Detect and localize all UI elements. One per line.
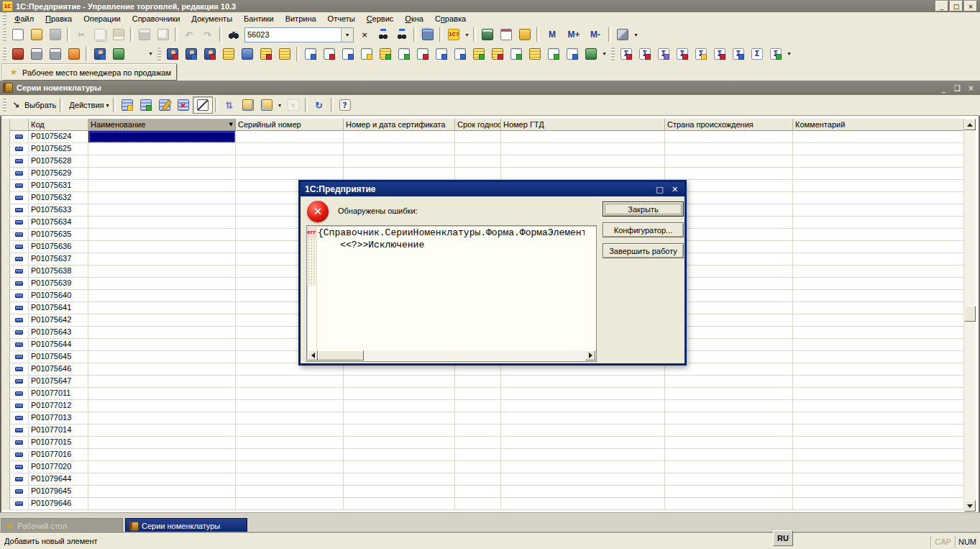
column-header-6[interactable]: Номер ГТД xyxy=(501,119,665,131)
code-cell[interactable]: P01075631 xyxy=(29,180,88,192)
report-sigma-4-icon[interactable]: Σ xyxy=(673,46,692,62)
data-cell[interactable] xyxy=(793,351,964,363)
code-cell[interactable]: P01075633 xyxy=(29,204,88,217)
data-cell[interactable] xyxy=(793,180,964,192)
toolbar-grip[interactable] xyxy=(611,47,615,60)
help-dropdown-icon[interactable]: ▾ xyxy=(463,27,471,42)
data-cell[interactable] xyxy=(501,412,665,425)
data-cell[interactable] xyxy=(501,400,665,412)
clear-filter-icon[interactable]: × xyxy=(284,97,303,113)
item-marker-cell[interactable] xyxy=(10,351,29,363)
code-cell[interactable]: P01075639 xyxy=(29,278,88,290)
find-icon[interactable] xyxy=(224,27,243,42)
data-cell[interactable] xyxy=(88,204,236,217)
windows-list-icon[interactable] xyxy=(418,27,437,42)
code-cell[interactable]: P01075647 xyxy=(29,376,88,388)
data-cell[interactable] xyxy=(88,363,236,376)
item-marker-cell[interactable] xyxy=(10,302,29,314)
data-cell[interactable] xyxy=(793,168,964,180)
data-cell[interactable] xyxy=(88,400,236,412)
column-header-0[interactable] xyxy=(10,119,29,131)
undo-icon[interactable]: ↶ xyxy=(180,27,198,42)
data-cell[interactable] xyxy=(455,388,501,400)
data-cell[interactable] xyxy=(344,388,455,400)
data-cell[interactable] xyxy=(236,400,344,412)
data-cell[interactable] xyxy=(501,449,665,461)
data-cell[interactable] xyxy=(793,498,964,510)
data-cell[interactable] xyxy=(793,290,964,302)
actions-button[interactable]: Действия▾ xyxy=(65,97,110,113)
data-cell[interactable] xyxy=(793,192,964,204)
code-cell[interactable]: P01075646 xyxy=(29,363,88,376)
data-cell[interactable] xyxy=(501,498,665,510)
child-close-icon[interactable]: × xyxy=(965,83,977,94)
data-cell[interactable] xyxy=(501,388,665,400)
cut-icon[interactable]: ✂ xyxy=(72,27,91,42)
dialog-maximize-icon[interactable]: □ xyxy=(654,185,665,194)
data-cell[interactable] xyxy=(88,473,236,486)
vertical-scrollbar-thumb[interactable] xyxy=(964,306,976,322)
item-marker-cell[interactable] xyxy=(10,131,29,143)
report-sigma-2-icon[interactable]: Σ xyxy=(636,46,654,62)
data-cell[interactable] xyxy=(344,412,455,425)
receipt-document-icon[interactable] xyxy=(301,46,320,62)
data-cell[interactable] xyxy=(665,143,793,155)
help-button[interactable]: ? xyxy=(336,97,354,113)
data-cell[interactable] xyxy=(88,168,236,180)
item-marker-cell[interactable] xyxy=(10,461,29,473)
data-cell[interactable] xyxy=(665,412,793,425)
item-marker-cell[interactable] xyxy=(10,155,29,168)
data-cell[interactable] xyxy=(236,498,344,510)
menu-item-1[interactable]: Правка xyxy=(40,13,78,24)
data-cell[interactable] xyxy=(793,339,964,351)
data-cell[interactable] xyxy=(793,253,964,266)
data-cell[interactable] xyxy=(455,143,501,155)
find-next-icon[interactable] xyxy=(374,27,393,42)
table-row[interactable]: P01077012 xyxy=(1,400,979,412)
quick-search-input[interactable] xyxy=(245,29,341,41)
item-marker-cell[interactable] xyxy=(10,339,29,351)
data-cell[interactable] xyxy=(344,461,455,473)
data-cell[interactable] xyxy=(665,388,793,400)
data-cell[interactable] xyxy=(88,449,236,461)
data-cell[interactable] xyxy=(88,461,236,473)
customer-order-icon[interactable] xyxy=(182,46,201,62)
scroll-up-icon[interactable] xyxy=(964,119,976,130)
minimize-icon[interactable]: _ xyxy=(935,1,948,12)
data-cell[interactable] xyxy=(88,253,236,266)
filter-folder-icon[interactable] xyxy=(239,97,257,113)
lock-session-icon[interactable] xyxy=(516,27,534,42)
end-session-button[interactable]: Завершить работу xyxy=(603,243,684,258)
data-cell[interactable] xyxy=(88,266,236,278)
item-marker-cell[interactable] xyxy=(10,241,29,253)
data-cell[interactable] xyxy=(88,278,236,290)
table-row[interactable]: P01079646 xyxy=(1,498,979,510)
table-row[interactable]: P01075628 xyxy=(1,155,979,168)
close-icon[interactable]: × xyxy=(964,1,977,12)
code-cell[interactable]: P01079645 xyxy=(29,486,88,498)
data-cell[interactable] xyxy=(501,155,665,168)
code-cell[interactable]: P01077020 xyxy=(29,461,88,473)
data-cell[interactable] xyxy=(665,168,793,180)
print-icon[interactable] xyxy=(135,27,154,42)
code-cell[interactable]: P01077013 xyxy=(29,412,88,425)
data-cell[interactable] xyxy=(236,425,344,437)
code-cell[interactable]: P01075628 xyxy=(29,155,88,168)
data-cell[interactable] xyxy=(88,241,236,253)
code-cell[interactable]: P01077016 xyxy=(29,449,88,461)
report-sigma-8-icon[interactable]: Σ xyxy=(748,46,766,62)
data-cell[interactable] xyxy=(88,192,236,204)
data-cell[interactable] xyxy=(665,473,793,486)
data-cell[interactable] xyxy=(236,143,344,155)
data-cell[interactable] xyxy=(455,131,501,143)
data-cell[interactable] xyxy=(501,168,665,180)
report-sigma-9-icon[interactable]: Σ xyxy=(766,46,785,62)
data-cell[interactable] xyxy=(88,412,236,425)
data-cell[interactable] xyxy=(455,461,501,473)
data-cell[interactable] xyxy=(793,143,964,155)
report-sigma-7-icon[interactable]: Σ xyxy=(729,46,748,62)
table-row[interactable]: P01077016 xyxy=(1,449,979,461)
copy-icon[interactable] xyxy=(91,27,109,42)
data-cell[interactable] xyxy=(236,388,344,400)
documents-journal-icon[interactable] xyxy=(9,46,27,62)
